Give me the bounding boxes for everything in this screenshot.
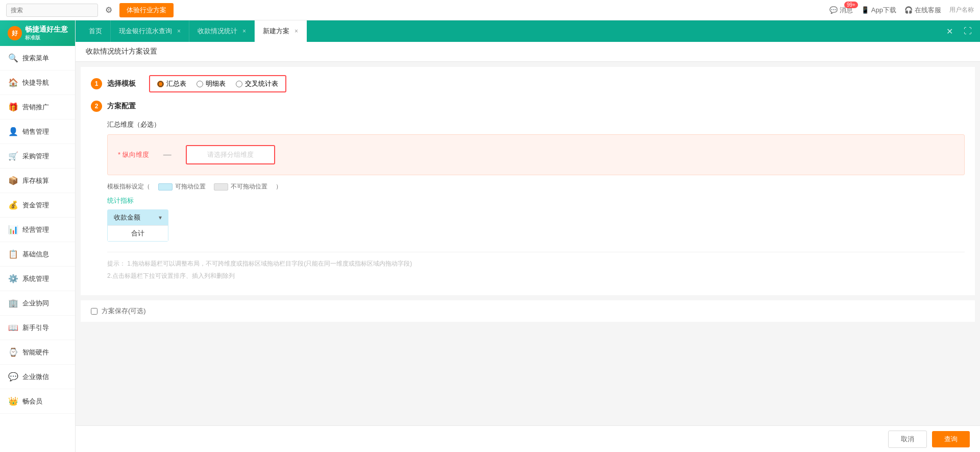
tab-label-collection-stat: 收款情况统计 [198,27,237,36]
save-checkbox[interactable] [91,308,97,315]
settings-icon[interactable]: ⚙ [102,4,115,17]
content-area: 首页现金银行流水查询×收款情况统计×新建方案× ✕ ⛶ 收款情况统计方案设置 1… [76,20,980,452]
main-layout: 好 畅捷通好生意 标准版 🔍搜索菜单🏠快捷导航🎁营销推广👤销售管理🛒采购管理📦库… [0,20,980,452]
page-title: 收款情况统计方案设置 [86,47,157,55]
tab-label-bank-flow: 现金银行流水查询 [119,27,172,36]
sidebar-item-smart-hw[interactable]: ⌚智能硬件 [0,340,75,365]
logo-text: 畅捷通好生意 标准版 [25,25,68,41]
radio-summary-input[interactable] [157,81,164,87]
step1-number: 1 [91,78,102,89]
dim-area: * 纵向维度 — 请选择分组维度 [107,134,965,175]
cancel-button[interactable]: 取消 [888,431,927,448]
tab-bar: 首页现金银行流水查询×收款情况统计×新建方案× ✕ ⛶ [76,20,980,42]
close-window-icon[interactable]: ✕ [942,24,957,38]
sidebar-label-quick-nav: 快捷导航 [22,78,49,87]
sidebar-label-system: 系统管理 [22,274,49,283]
sidebar-item-operation[interactable]: 📊经营管理 [0,218,75,242]
sidebar-icon-wechat: 💬 [8,372,18,382]
bottom-bar: 取消 查询 [76,425,980,452]
step2-label: 方案配置 [107,102,136,111]
indicator-legend: 模板指标设定（ 可拖动位置 不可拖动位置 ） [107,182,965,191]
indicator-settings-label: 模板指标设定（ [107,182,150,191]
sidebar-label-marketing: 营销推广 [22,103,49,112]
legend-suffix: ） [276,182,282,191]
sidebar-icon-purchase: 🛒 [8,151,18,161]
message-icon: 💬 [829,6,838,14]
download-label: App下载 [871,6,896,15]
sidebar-label-member: 畅会员 [22,397,42,406]
sidebar-item-search-menu[interactable]: 🔍搜索菜单 [0,46,75,70]
legend-draggable-label: 可拖动位置 [175,182,206,191]
tab-close-bank-flow[interactable]: × [177,28,181,35]
save-section: 方案保存(可选) [81,300,975,322]
sidebar-label-search-menu: 搜索菜单 [22,54,49,63]
step1-row: 1 选择模板 汇总表 明细表 [91,75,965,92]
notification-btn[interactable]: 💬 消息 99+ [829,6,853,15]
radio-detail-input[interactable] [197,81,203,87]
sidebar-icon-finance: 💰 [8,200,18,210]
logo-icon: 好 [8,26,22,40]
tab-bank-flow[interactable]: 现金银行流水查询× [111,20,189,42]
sidebar-item-inventory[interactable]: 📦库存核算 [0,169,75,193]
save-label: 方案保存(可选) [102,306,146,316]
industry-btn[interactable]: 体验行业方案 [119,3,174,17]
tab-label-home: 首页 [89,27,102,36]
tab-home[interactable]: 首页 [81,20,111,42]
sidebar-label-sales: 销售管理 [22,127,49,136]
sidebar-item-wechat[interactable]: 💬企业微信 [0,365,75,389]
tab-new-plan[interactable]: 新建方案× [255,20,307,42]
download-btn[interactable]: 📱 App下载 [861,6,896,15]
sidebar-label-guide: 新手引导 [22,323,49,332]
radio-summary-label: 汇总表 [166,79,186,88]
legend-draggable-box [158,183,173,191]
tab-close-new-plan[interactable]: × [295,28,298,35]
tab-items: 首页现金银行流水查询×收款情况统计×新建方案× [81,20,307,42]
sidebar-label-inventory: 库存核算 [22,176,49,185]
summary-dim-section: 汇总维度（必选） * 纵向维度 — 请选择分组维度 模板指标设定（ [107,120,965,287]
download-icon: 📱 [861,6,869,14]
hint-section: 提示： 1.拖动标题栏可以调整布局，不可跨维度或指标区域拖动栏目字段(只能在同一… [107,252,965,287]
radio-summary[interactable]: 汇总表 [157,79,186,88]
sidebar-label-purchase: 采购管理 [22,152,49,161]
radio-cross[interactable]: 交叉统计表 [236,79,278,88]
page-content: 收款情况统计方案设置 1 选择模板 汇总表 [76,42,980,425]
query-button[interactable]: 查询 [932,431,970,447]
sidebar-items: 🔍搜索菜单🏠快捷导航🎁营销推广👤销售管理🛒采购管理📦库存核算💰资金管理📊经营管理… [0,46,75,414]
template-options-box: 汇总表 明细表 交叉统计表 [149,75,286,92]
legend-fixed: 不可拖动位置 [214,182,267,191]
sidebar-item-sales[interactable]: 👤销售管理 [0,120,75,144]
chevron-down-icon[interactable]: ▾ [159,214,162,221]
legend-draggable: 可拖动位置 [158,182,206,191]
radio-cross-input[interactable] [236,81,242,87]
sidebar-item-finance[interactable]: 💰资金管理 [0,193,75,218]
sidebar-item-basic-info[interactable]: 📋基础信息 [0,242,75,267]
sidebar-label-wechat: 企业微信 [22,372,49,382]
tab-collection-stat[interactable]: 收款情况统计× [189,20,255,42]
dim-select-box[interactable]: 请选择分组维度 [186,145,275,164]
sidebar-icon-smart-hw: ⌚ [8,347,18,357]
sidebar-icon-inventory: 📦 [8,176,18,185]
service-icon: 🎧 [904,6,913,14]
sidebar-item-marketing[interactable]: 🎁营销推广 [0,95,75,120]
sidebar-icon-member: 👑 [8,396,18,406]
hint-line-2: 2.点击标题栏下拉可设置排序、插入列和删除列 [107,270,965,282]
top-bar-left: ⚙ 体验行业方案 [6,3,174,17]
username: 用户名称 [949,6,974,14]
notification-badge: 99+ [844,2,858,8]
sidebar-item-quick-nav[interactable]: 🏠快捷导航 [0,70,75,95]
sidebar-icon-basic-info: 📋 [8,249,18,259]
radio-detail[interactable]: 明细表 [197,79,226,88]
service-btn[interactable]: 🎧 在线客服 [904,6,941,15]
sidebar-icon-marketing: 🎁 [8,102,18,112]
sidebar-item-purchase[interactable]: 🛒采购管理 [0,144,75,169]
sidebar-item-enterprise[interactable]: 🏢企业协同 [0,291,75,316]
sidebar-icon-quick-nav: 🏠 [8,78,18,87]
tab-close-collection-stat[interactable]: × [242,28,246,35]
tab-label-new-plan: 新建方案 [263,27,289,36]
sidebar-item-system[interactable]: ⚙️系统管理 [0,267,75,291]
sidebar-item-member[interactable]: 👑畅会员 [0,389,75,414]
search-input[interactable] [6,4,98,17]
maximize-icon[interactable]: ⛶ [961,24,975,38]
sidebar-label-basic-info: 基础信息 [22,250,49,259]
sidebar-item-guide[interactable]: 📖新手引导 [0,316,75,340]
